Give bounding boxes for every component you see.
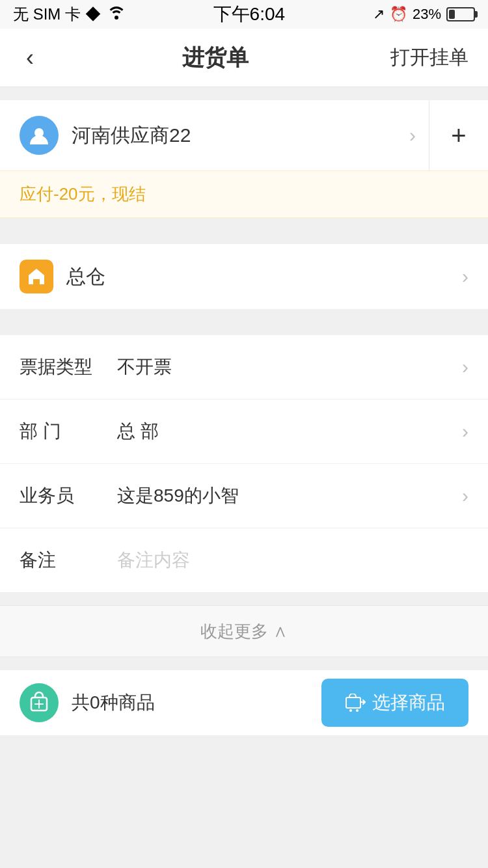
gap-1: [0, 87, 488, 100]
status-right: ↗ ⏰ 23%: [373, 6, 475, 23]
warehouse-icon: [20, 260, 53, 293]
salesperson-value: 这是859的小智: [111, 483, 455, 508]
invoice-type-value: 不开票: [111, 355, 455, 379]
invoice-type-label: 票据类型: [20, 355, 111, 379]
open-pending-button[interactable]: 打开挂单: [390, 44, 468, 71]
main-content: 河南供应商22 › + 应付-20元，现结 总仓 › 票据类型 不开票 › 部 …: [0, 87, 488, 868]
supplier-add-button[interactable]: +: [429, 100, 488, 170]
remarks-row[interactable]: 备注 备注内容: [0, 528, 488, 592]
supplier-avatar: [20, 116, 59, 155]
svg-rect-3: [346, 698, 360, 708]
alarm-icon: ⏰: [390, 6, 407, 23]
collapse-label: 收起更多 ∧: [200, 620, 287, 643]
status-bar: 无 SIM 卡 ◆ 下午6:04 ↗ ⏰ 23%: [0, 0, 488, 29]
salesperson-row[interactable]: 业务员 这是859的小智 ›: [0, 464, 488, 528]
salesperson-label: 业务员: [20, 483, 111, 508]
remarks-input[interactable]: 备注内容: [111, 548, 468, 573]
product-count-text: 共0种商品: [72, 690, 321, 715]
wifi-icon: [107, 5, 126, 23]
svg-point-4: [349, 709, 352, 712]
salesperson-chevron-icon: ›: [462, 485, 468, 507]
collapse-button[interactable]: 收起更多 ∧: [0, 605, 488, 657]
svg-point-5: [356, 709, 359, 712]
gap-3: [0, 309, 488, 322]
select-product-button[interactable]: 选择商品: [321, 679, 468, 727]
status-left: 无 SIM 卡 ◆: [13, 4, 126, 25]
department-row[interactable]: 部 门 总 部 ›: [0, 400, 488, 464]
supplier-chevron-icon: ›: [409, 124, 416, 146]
nav-bar: ‹ 进货单 打开挂单: [0, 29, 488, 87]
status-time: 下午6:04: [213, 2, 286, 27]
battery-icon: [446, 7, 475, 21]
supplier-section: 河南供应商22 › +: [0, 100, 488, 170]
battery-percent: 23%: [413, 6, 441, 23]
invoice-type-row[interactable]: 票据类型 不开票 ›: [0, 335, 488, 400]
remarks-label: 备注: [20, 548, 111, 573]
supplier-row[interactable]: 河南供应商22 ›: [0, 100, 429, 170]
warehouse-name: 总仓: [66, 264, 455, 290]
gap-2: [0, 218, 488, 231]
warehouse-row[interactable]: 总仓 ›: [0, 244, 488, 309]
select-product-label: 选择商品: [372, 690, 445, 715]
bottom-gray-area: [0, 735, 488, 868]
location-icon: ↗: [373, 6, 385, 23]
sim-status: 无 SIM 卡 ◆: [13, 4, 101, 25]
cart-icon: [345, 694, 366, 712]
form-section: 票据类型 不开票 › 部 门 总 部 › 业务员 这是859的小智 › 备注 备…: [0, 335, 488, 592]
svg-rect-1: [33, 279, 40, 284]
department-chevron-icon: ›: [462, 420, 468, 442]
product-count-icon: [20, 683, 59, 722]
notice-banner: 应付-20元，现结: [0, 170, 488, 218]
page-title: 进货单: [182, 43, 249, 73]
back-button[interactable]: ‹: [20, 38, 40, 78]
department-label: 部 门: [20, 419, 111, 444]
supplier-name: 河南供应商22: [72, 122, 403, 149]
notice-text: 应付-20元，现结: [20, 184, 146, 204]
invoice-type-chevron-icon: ›: [462, 356, 468, 378]
bottom-bar: 共0种商品 选择商品: [0, 670, 488, 735]
department-value: 总 部: [111, 419, 455, 444]
warehouse-chevron-icon: ›: [462, 265, 468, 288]
